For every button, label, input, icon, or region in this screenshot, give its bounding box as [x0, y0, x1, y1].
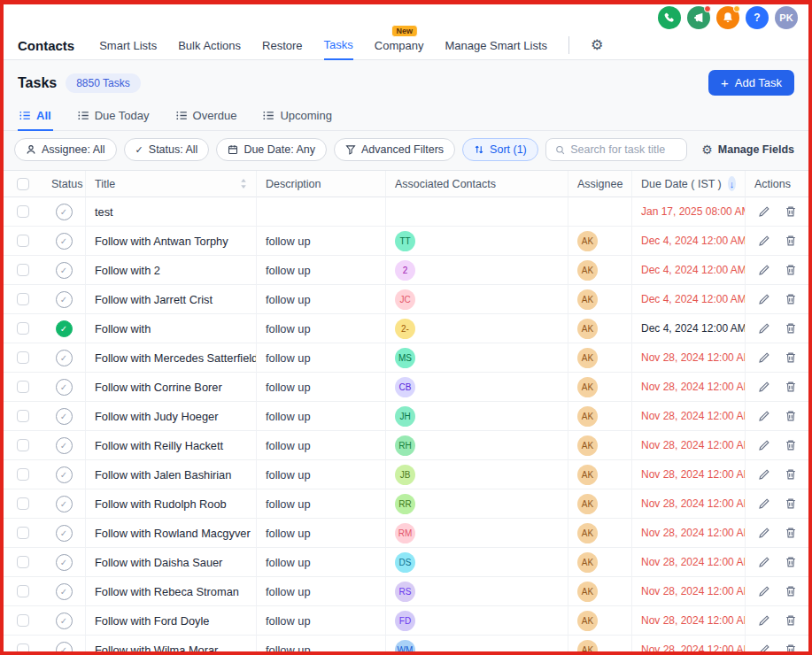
edit-task-button[interactable]	[758, 614, 770, 627]
megaphone-icon[interactable]	[687, 6, 710, 29]
status-incomplete-icon[interactable]: ✓	[56, 408, 73, 425]
task-title[interactable]: Follow with Jarrett Crist	[85, 285, 256, 314]
row-checkbox[interactable]	[17, 235, 29, 247]
row-checkbox[interactable]	[17, 527, 29, 539]
associated-contact-cell[interactable]: RR	[385, 489, 568, 519]
tab-due-today[interactable]: Due Today	[76, 104, 151, 130]
associated-contact-cell[interactable]: WM	[385, 636, 568, 655]
due-date-filter-pill[interactable]: Due Date: Any	[216, 138, 327, 161]
column-title[interactable]: Title	[85, 171, 256, 197]
edit-task-button[interactable]	[758, 205, 770, 218]
row-checkbox[interactable]	[17, 264, 29, 276]
edit-task-button[interactable]	[758, 322, 770, 335]
select-all-checkbox[interactable]	[17, 178, 29, 190]
task-title[interactable]: Follow with Rebeca Stroman	[85, 577, 256, 606]
search-input[interactable]	[570, 143, 677, 156]
status-incomplete-icon[interactable]: ✓	[56, 204, 73, 220]
delete-task-button[interactable]	[785, 643, 797, 655]
task-title[interactable]: Follow with Antwan Torphy	[85, 227, 256, 256]
associated-contact-cell[interactable]: JH	[385, 402, 568, 431]
row-checkbox[interactable]	[17, 293, 29, 305]
associated-contact-cell[interactable]: RH	[385, 431, 568, 460]
associated-contact-cell[interactable]	[385, 197, 568, 227]
settings-gear-icon[interactable]: ⚙	[591, 38, 603, 52]
nav-item-smart-lists[interactable]: Smart Lists	[99, 31, 157, 60]
associated-contact-cell[interactable]: 2-	[385, 314, 568, 343]
user-avatar[interactable]: PK	[775, 6, 798, 29]
row-checkbox[interactable]	[17, 205, 29, 218]
sort-desc-icon[interactable]: ↓	[728, 176, 736, 191]
status-incomplete-icon[interactable]: ✓	[56, 437, 73, 454]
edit-task-button[interactable]	[758, 497, 770, 510]
associated-contact-cell[interactable]: JB	[385, 460, 568, 489]
edit-task-button[interactable]	[758, 585, 770, 597]
delete-task-button[interactable]	[785, 351, 797, 364]
nav-item-bulk-actions[interactable]: Bulk Actions	[178, 31, 241, 60]
title-sort-icon[interactable]	[240, 178, 247, 189]
row-checkbox[interactable]	[17, 614, 29, 627]
edit-task-button[interactable]	[758, 381, 770, 393]
associated-contact-cell[interactable]: RS	[385, 577, 568, 606]
row-checkbox[interactable]	[17, 556, 29, 568]
task-title[interactable]: test	[85, 197, 256, 227]
associated-contact-cell[interactable]: 2	[385, 256, 568, 285]
tab-all[interactable]: All	[18, 104, 53, 130]
task-title[interactable]: Follow with Judy Hoeger	[85, 402, 256, 431]
column-assignee[interactable]: Assignee	[568, 171, 631, 197]
column-due-date[interactable]: Due Date ( IST ) ↓	[631, 171, 745, 197]
edit-task-button[interactable]	[758, 293, 770, 305]
status-incomplete-icon[interactable]: ✓	[56, 554, 73, 571]
delete-task-button[interactable]	[785, 468, 797, 481]
phone-icon[interactable]	[658, 6, 681, 29]
edit-task-button[interactable]	[758, 643, 770, 655]
associated-contact-cell[interactable]: JC	[385, 285, 568, 314]
status-incomplete-icon[interactable]: ✓	[56, 233, 73, 250]
row-checkbox[interactable]	[17, 351, 29, 364]
manage-fields-button[interactable]: ⚙ Manage Fields	[694, 143, 798, 156]
delete-task-button[interactable]	[785, 235, 797, 247]
edit-task-button[interactable]	[758, 556, 770, 568]
task-title[interactable]: Follow with	[85, 314, 256, 343]
status-incomplete-icon[interactable]: ✓	[56, 583, 73, 600]
associated-contact-cell[interactable]: RM	[385, 519, 568, 548]
row-checkbox[interactable]	[17, 322, 29, 335]
column-associated-contacts[interactable]: Associated Contacts	[385, 171, 568, 197]
nav-item-tasks[interactable]: Tasks	[324, 31, 353, 60]
delete-task-button[interactable]	[785, 264, 797, 276]
status-incomplete-icon[interactable]: ✓	[56, 466, 73, 483]
task-title[interactable]: Follow with Rudolph Roob	[85, 489, 256, 519]
row-checkbox[interactable]	[17, 410, 29, 422]
delete-task-button[interactable]	[785, 410, 797, 422]
edit-task-button[interactable]	[758, 235, 770, 247]
help-icon[interactable]: ?	[746, 6, 769, 29]
status-incomplete-icon[interactable]: ✓	[56, 262, 73, 279]
delete-task-button[interactable]	[785, 439, 797, 451]
delete-task-button[interactable]	[785, 322, 797, 335]
edit-task-button[interactable]	[758, 410, 770, 422]
tab-upcoming[interactable]: Upcoming	[261, 104, 334, 130]
add-task-button[interactable]: + Add Task	[708, 70, 794, 96]
edit-task-button[interactable]	[758, 527, 770, 539]
advanced-filters-pill[interactable]: Advanced Filters	[334, 138, 455, 161]
edit-task-button[interactable]	[758, 264, 770, 276]
task-title[interactable]: Follow with Jalen Bashirian	[85, 460, 256, 489]
row-checkbox[interactable]	[17, 585, 29, 597]
delete-task-button[interactable]	[785, 381, 797, 393]
delete-task-button[interactable]	[785, 556, 797, 568]
task-title[interactable]: Follow with Reilly Hackett	[85, 431, 256, 460]
row-checkbox[interactable]	[17, 497, 29, 510]
edit-task-button[interactable]	[758, 468, 770, 481]
edit-task-button[interactable]	[758, 351, 770, 364]
column-description[interactable]: Description	[256, 171, 385, 197]
edit-task-button[interactable]	[758, 439, 770, 451]
row-checkbox[interactable]	[17, 381, 29, 393]
associated-contact-cell[interactable]: DS	[385, 548, 568, 577]
task-title[interactable]: Follow with Wilma Morar	[85, 636, 256, 655]
task-title[interactable]: Follow with Rowland Macgyver	[85, 519, 256, 548]
assignee-filter-pill[interactable]: Assignee: All	[14, 138, 117, 161]
bell-icon[interactable]	[716, 6, 739, 29]
delete-task-button[interactable]	[785, 585, 797, 597]
nav-item-company[interactable]: Company New	[375, 31, 424, 60]
nav-item-restore[interactable]: Restore	[262, 31, 303, 60]
status-incomplete-icon[interactable]: ✓	[56, 642, 73, 655]
